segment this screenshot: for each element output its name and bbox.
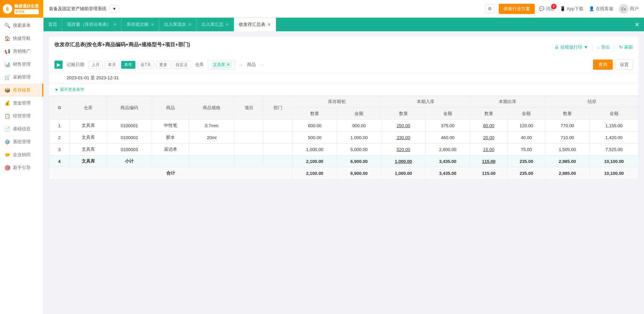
tab-inout-flow[interactable]: 出入库流水 ✕ [159,18,197,31]
row-in-amt: 375.00 [426,120,470,132]
goods-label: 商品 [247,62,256,68]
marketing-icon: 📢 [4,48,10,54]
date-prev-month-btn[interactable]: 上月 [88,61,103,69]
total-open-qty: 2,100.00 [293,167,337,179]
tab-inout-summary[interactable]: 出入库汇总 ✕ [197,18,234,31]
sidebar-item-quick-nav[interactable]: 🏠 快捷导航 [0,32,43,45]
tab-batch[interactable]: 库存批次账 ✕ [122,18,159,31]
tab-recv-send-summary[interactable]: 收发存汇总表 ✕ [234,18,276,31]
refresh-button[interactable]: ↻ 刷新 [619,44,633,50]
date-custom-btn[interactable]: 自定义 [172,61,191,69]
tab-stock-dist[interactable]: 现存量（库存分布表） ✕ [62,18,122,31]
date-7days-btn[interactable]: 近7天 [137,61,154,69]
subtotal-in-qty[interactable]: 1,000.00 [381,155,426,167]
row-close-amt: 1,420.00 [590,132,639,144]
sidebar-header: 6 畅捷通好生意 标准版 [0,0,43,18]
sidebar-item-marketing[interactable]: 📢 营销推广 [0,45,43,58]
tab-bar: 首页 现存量（库存分布表） ✕ 库存批次账 ✕ 出入库流水 ✕ 出入库汇总 ✕ … [44,18,644,31]
sales-icon: 📊 [4,61,10,67]
th-warehouse: 仓库 [70,96,107,120]
row-dept [263,132,293,144]
setting-button[interactable]: 设置 [615,60,633,70]
system-dropdown[interactable]: ▼ [109,5,119,13]
row-dept [263,144,293,155]
main-card: 收发存汇总表(按仓库+商品编码+商品+规格型号+项目+部门) 🖨 按模版打印 ▼… [49,37,639,179]
sidebar-item-label: 营销推广 [13,48,31,54]
sidebar-item-system[interactable]: ⚙️ 系统管理 [0,135,43,148]
sidebar-item-label: 新手引导 [13,165,31,171]
query-button[interactable]: 查询 [593,60,613,70]
sidebar-item-sales[interactable]: 📊 销售管理 [0,58,43,71]
filter-toggle-button[interactable]: ▶ [54,61,63,69]
subtotal-out-qty[interactable]: 115.00 [470,155,508,167]
message-badge: 6 [551,4,557,9]
export-button[interactable]: ↓ 导出 [597,44,610,50]
th-settings[interactable]: ⚙ [49,96,70,120]
filter-area: ▶ 记账日期 上月 本月 本年 近7天 更多 自定义 仓库 文具库 ✕ [49,56,639,73]
row-project [234,132,264,144]
trial-button[interactable]: 体验行业方案 [499,4,535,14]
tab-close-icon[interactable]: ✕ [113,22,117,27]
row-out-qty[interactable]: 20.00 [470,132,508,144]
row-in-qty[interactable]: 520.00 [381,144,426,155]
row-close-qty: 710.00 [545,132,590,144]
sidebar-item-corp[interactable]: 🤝 企业协同 [0,148,43,161]
warehouse-select[interactable]: 文具库 ✕ [208,60,235,70]
date-more-btn[interactable]: 更多 [156,61,170,69]
table-head: ⚙ 仓库 商品编码 商品 商品规格 项目 部门 库存期初 本期入库 本期出库 结… [49,96,639,120]
row-code: 0100001 [107,120,152,132]
sidebar-item-basic[interactable]: 📄 基础信息 [0,122,43,135]
expand-filter-button[interactable]: ▼ 展开更多条件 [54,87,633,93]
print-button[interactable]: 🖨 按模版打印 ▼ [555,44,588,50]
sidebar-item-operation[interactable]: 📋 经营管理 [0,110,43,122]
sidebar-item-search[interactable]: 🔍 搜索菜单 [0,19,43,32]
date-this-year-btn[interactable]: 本年 [121,61,135,69]
th-in-amt: 金额 [426,108,470,120]
date-this-month-btn[interactable]: 本月 [105,61,119,69]
refresh-icon: ↻ [619,45,623,50]
message-button[interactable]: 💬 消息 6 [539,6,555,12]
row-out-amt: 120.00 [508,120,545,132]
sidebar-item-purchase[interactable]: 🛒 采购管理 [0,71,43,84]
row-warehouse: 文具库 [70,120,107,132]
total-out-qty: 115.00 [470,167,508,179]
basic-icon: 📄 [4,126,10,132]
subtotal-open-qty: 2,100.00 [293,155,337,167]
table-row: 3 文具库 0100003 采访本 1,000.00 5,000.00 520.… [49,144,639,155]
row-out-qty[interactable]: 80.00 [470,120,508,132]
row-num: 1 [49,120,70,132]
sidebar-item-label: 快捷导航 [13,35,31,42]
th-out-amt: 金额 [508,108,545,120]
tab-close-icon[interactable]: ✕ [151,22,154,27]
service-button[interactable]: 👤 在线客服 [589,6,613,12]
purchase-icon: 🛒 [4,74,10,80]
sidebar-item-guide[interactable]: 🎯 新手引导 [0,161,43,174]
app-download-button[interactable]: 📱 App下载 [560,6,583,12]
sidebar-item-inventory[interactable]: 📦 库存核算 [0,84,43,97]
operation-icon: 📋 [4,113,10,119]
table-header-row-top: ⚙ 仓库 商品编码 商品 商品规格 项目 部门 库存期初 本期入库 本期出库 结… [49,96,639,108]
row-name: 中性笔 [152,120,189,132]
row-in-qty[interactable]: 250.00 [381,120,426,132]
warehouse-tag-close[interactable]: ✕ [227,62,230,67]
expand-label: 展开更多条件 [60,87,84,93]
tab-home[interactable]: 首页 [44,18,62,31]
subtotal-warehouse: 文具库 [70,155,107,167]
th-dept: 部门 [263,96,293,120]
row-out-qty[interactable]: 15.00 [470,144,508,155]
th-closing-amt: 金额 [590,108,639,120]
date-shortcuts: 上月 本月 本年 近7天 更多 自定义 [88,61,191,69]
settings-button[interactable]: ⚙ [485,4,495,14]
tab-close-icon[interactable]: ✕ [188,22,192,27]
row-in-qty[interactable]: 230.00 [381,132,426,144]
sidebar-item-finance[interactable]: 💰 资金管理 [0,97,43,110]
user-button[interactable]: Ea 用户 [619,4,639,14]
total-in-qty: 1,000.00 [381,167,426,179]
tab-close-icon[interactable]: ✕ [226,22,229,27]
total-row: 合计 2,100.00 6,900.00 1,000.00 3,435.00 1… [49,167,639,179]
tab-bar-close-button[interactable]: ✕ [630,21,644,28]
tab-close-icon[interactable]: ✕ [267,22,271,27]
row-warehouse: 文具库 [70,144,107,155]
total-in-amt: 3,435.00 [426,167,470,179]
row-close-amt: 7,525.00 [590,144,639,155]
